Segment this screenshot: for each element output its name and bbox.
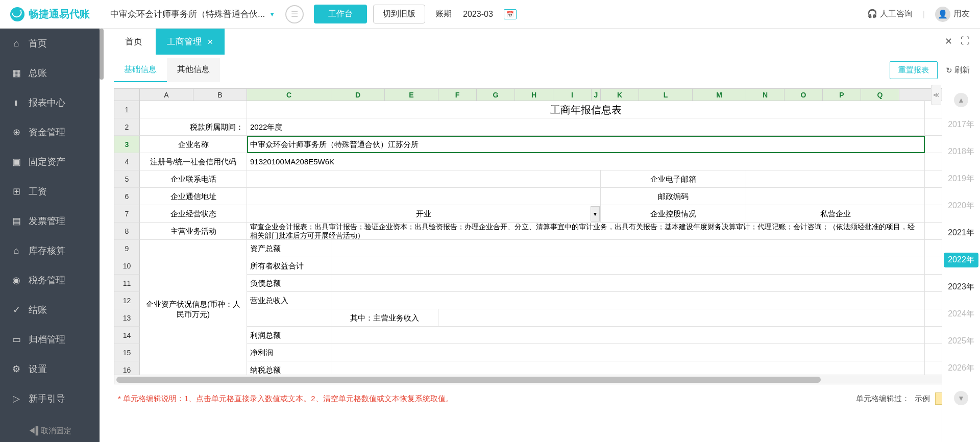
col-header-P[interactable]: P	[823, 89, 861, 101]
sidebar-item-3[interactable]: ⊕资金管理	[0, 117, 100, 147]
reset-report-button[interactable]: 重置报表	[890, 61, 938, 79]
col-header-K[interactable]: K	[601, 89, 639, 101]
cell[interactable]: 其中：主营业务收入	[331, 309, 438, 326]
sidebar-item-0[interactable]: ⌂首页	[0, 29, 100, 58]
cell[interactable]: 中审众环会计师事务所（特殊普通合伙）江苏分所	[247, 136, 925, 153]
col-header-G[interactable]: G	[477, 89, 515, 101]
sidebar-item-12[interactable]: ▷新手引导	[0, 384, 100, 413]
year-2019年[interactable]: 2019年	[944, 171, 978, 186]
row-header-5[interactable]: 5	[114, 170, 140, 188]
cell[interactable]: 负债总额	[247, 275, 331, 291]
cell[interactable]: 企业名称	[140, 136, 247, 153]
cell[interactable]: 审查企业会计报表；出具审计报告；验证企业资本；出具验资报告；办理企业合开、分立、…	[247, 223, 925, 239]
cell[interactable]	[746, 170, 925, 187]
col-header-E[interactable]: E	[385, 89, 438, 101]
row-header-14[interactable]: 14	[114, 327, 140, 344]
close-icon[interactable]: ✕	[207, 38, 213, 46]
year-2022年[interactable]: 2022年	[944, 253, 978, 267]
cell[interactable]: 91320100MA208E5W6K	[247, 153, 925, 170]
calendar-icon[interactable]: 📅	[504, 9, 517, 19]
cell[interactable]: 净利润	[247, 344, 331, 361]
sidebar-item-7[interactable]: ⌂库存核算	[0, 236, 100, 265]
close-all-icon[interactable]: ✕	[945, 36, 952, 47]
year-up-icon[interactable]: ▲	[954, 93, 968, 107]
sidebar-item-11[interactable]: ⚙设置	[0, 354, 100, 384]
row-header-6[interactable]: 6	[114, 188, 140, 205]
col-header-O[interactable]: O	[785, 89, 823, 101]
cell[interactable]: 企业控股情况	[601, 205, 746, 222]
row-header-1[interactable]: 1	[114, 101, 140, 118]
cell[interactable]	[746, 188, 925, 205]
sidebar-item-5[interactable]: ⊞工资	[0, 177, 100, 206]
cell[interactable]: 所有者权益合计	[247, 257, 331, 274]
year-2025年[interactable]: 2025年	[944, 334, 978, 349]
cell[interactable]: 营业总收入	[247, 292, 331, 309]
year-2017年[interactable]: 2017年	[944, 117, 978, 132]
row-header-2[interactable]: 2	[114, 118, 140, 136]
old-version-button[interactable]: 切到旧版	[373, 5, 425, 23]
cell[interactable]: 企业通信地址	[140, 188, 247, 205]
sidebar-unpin[interactable]: ◀▌取消固定	[0, 420, 100, 442]
row-header-10[interactable]: 10	[114, 257, 140, 275]
cell[interactable]: 私营企业	[746, 205, 925, 222]
year-2020年[interactable]: 2020年	[944, 199, 978, 213]
sidebar-item-4[interactable]: ▣固定资产	[0, 147, 100, 177]
col-header-M[interactable]: M	[693, 89, 746, 101]
sidebar-scrollbar[interactable]	[100, 29, 104, 80]
cell[interactable]	[247, 170, 601, 187]
scroll-thumb[interactable]	[116, 377, 821, 383]
year-2024年[interactable]: 2024年	[944, 307, 978, 322]
col-header-N[interactable]: N	[746, 89, 785, 101]
row-header-12[interactable]: 12	[114, 292, 140, 309]
tab-home[interactable]: 首页	[114, 29, 154, 55]
cell[interactable]: 税款所属期间：	[140, 118, 247, 135]
row-header-8[interactable]: 8	[114, 223, 140, 240]
year-down-icon[interactable]: ▼	[954, 391, 968, 405]
cell[interactable]: 企业联系电话	[140, 170, 247, 187]
row-header-11[interactable]: 11	[114, 275, 140, 292]
col-header-L[interactable]: L	[639, 89, 693, 101]
sidebar-item-6[interactable]: ▤发票管理	[0, 206, 100, 236]
tab-business-mgmt[interactable]: 工商管理 ✕	[156, 29, 225, 55]
col-header-J[interactable]: J	[592, 89, 601, 101]
row-header-4[interactable]: 4	[114, 153, 140, 170]
cell[interactable]	[140, 101, 247, 118]
cell[interactable]: 利润总额	[247, 327, 331, 343]
col-header-C[interactable]: C	[247, 89, 331, 101]
year-2018年[interactable]: 2018年	[944, 144, 978, 159]
row-header-13[interactable]: 13	[114, 309, 140, 327]
sidebar-item-10[interactable]: ▭归档管理	[0, 325, 100, 354]
cell[interactable]: 开业	[247, 205, 601, 222]
sidebar-item-8[interactable]: ◉税务管理	[0, 265, 100, 295]
year-2021年[interactable]: 2021年	[944, 226, 978, 240]
sidebar-item-9[interactable]: ✓结账	[0, 295, 100, 325]
fullscreen-icon[interactable]: ⛶	[961, 36, 970, 47]
col-header-F[interactable]: F	[438, 89, 477, 101]
cell[interactable]	[247, 188, 601, 205]
cell[interactable]: 工商年报信息表	[247, 101, 925, 118]
cell[interactable]: 纳税总额	[247, 361, 331, 375]
row-header-3[interactable]: 3	[114, 136, 140, 153]
sub-tab-basic[interactable]: 基础信息	[114, 58, 167, 82]
col-header-B[interactable]: B	[193, 89, 247, 101]
cell[interactable]: 主营业务活动	[140, 223, 247, 239]
col-header-I[interactable]: I	[553, 89, 592, 101]
cell[interactable]: 2022年度	[247, 118, 925, 135]
dropdown-icon[interactable]: ▼	[591, 206, 600, 222]
col-header-A[interactable]: A	[140, 89, 193, 101]
refresh-link[interactable]: ↻ 刷新	[946, 65, 970, 75]
row-header-7[interactable]: 7	[114, 205, 140, 223]
doc-icon[interactable]: ☰	[285, 5, 304, 23]
sheet-corner[interactable]	[114, 89, 140, 101]
horizontal-scrollbar[interactable]: ▶	[114, 375, 960, 384]
sheet-body[interactable]: 工商年报信息表税款所属期间：2022年度企业名称中审众环会计师事务所（特殊普通合…	[140, 101, 960, 375]
cell[interactable]	[331, 292, 925, 309]
row-header-15[interactable]: 15	[114, 344, 140, 361]
cell[interactable]: 企业经营状态	[140, 205, 247, 222]
cell[interactable]: 企业电子邮箱	[601, 170, 746, 187]
cell[interactable]: 邮政编码	[601, 188, 746, 205]
company-selector[interactable]: 中审众环会计师事务所（特殊普通合伙... ▼	[110, 8, 275, 20]
user-menu[interactable]: 👤 用友	[935, 7, 970, 22]
sidebar-item-1[interactable]: ▦总账	[0, 58, 100, 88]
sidebar-item-2[interactable]: ⫾报表中心	[0, 88, 100, 117]
